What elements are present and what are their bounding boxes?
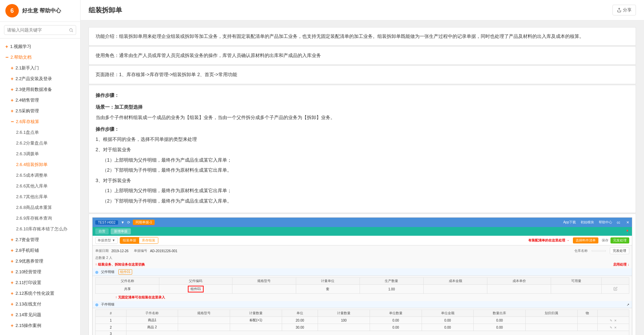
sim-t2-h7: 单位金额 (422, 310, 474, 317)
sidebar-item-2-6-10-label: 2.6.10库存账本错了怎么办 (16, 226, 67, 232)
sidebar-item-2-6-3[interactable]: 2.6.3调拨单 (0, 149, 80, 159)
sim-t1-r1-c3 (232, 285, 296, 294)
sim-t1-r1-c5: 1.00 (360, 285, 423, 294)
sim-toolbar: 单据类型 ▼ 组装单据 库存组装 有装配清单的在这里处理 → 选择料件清单 保存… (93, 236, 632, 245)
sidebar-item-2-7[interactable]: + 2.7资金管理 (0, 234, 80, 245)
plus-icon: + (5, 44, 8, 49)
scene1-desc: 当由多个子件材料组装成一个成品的业务为【组装】业务，当由一个父件拆分成多个子产品… (96, 113, 629, 122)
sidebar-item-2-8[interactable]: + 2.8手机旺铺 (0, 245, 80, 256)
plus-icon-2-12: + (11, 291, 13, 296)
ops2-title: 操作步骤： (96, 125, 629, 133)
sidebar-item-2-6-6[interactable]: 2.6.6其他入库单 (0, 181, 80, 191)
table-row: 3 (96, 331, 629, 335)
sidebar-item-2-10[interactable]: + 2.10经营管理 (0, 267, 80, 277)
sim-t1-r1-c7 (487, 285, 551, 294)
sim-t2-r2-c1: 商品 2 (126, 324, 178, 331)
sim-t1-r1-c8 (551, 285, 602, 294)
sidebar-item-2-4[interactable]: + 2.4销售管理 (0, 95, 80, 106)
sidebar-item-2-1[interactable]: + 2.1新手入门 (0, 63, 80, 73)
sim-t2-r1-c8: 0.00 (474, 317, 526, 324)
sidebar-item-2[interactable]: − 2.帮助文档 (0, 52, 80, 63)
sidebar-item-2-6-5[interactable]: 2.6.5成本调整单 (0, 170, 80, 181)
sim-t1-h4: 计量单位 (296, 278, 360, 285)
sidebar-item-2-6-9[interactable]: 2.6.9库存账本查询 (0, 213, 80, 224)
sim-top-bar: TEST-H002 ▼ ⟳ 同期单据-1 App下载 初始模块 帮助中心 cc … (93, 218, 632, 227)
sidebar-item-2-4-label: 2.4销售管理 (15, 97, 39, 103)
sim-delete-row2-icon[interactable]: ✕ (614, 326, 617, 329)
sim-select-btn[interactable]: 选择料件清单 (573, 237, 598, 243)
sim-t2-r2-c8: 0.00 (474, 324, 526, 331)
share-button[interactable]: 分享 (612, 5, 636, 15)
sidebar-item-2-13[interactable]: + 2.13在线支付 (0, 299, 80, 310)
sidebar-item-2-6-7[interactable]: 2.6.7其他出库单 (0, 191, 80, 202)
sidebar-item-2-6-8[interactable]: 2.6.8商品成本重算 (0, 202, 80, 213)
sim-tongqi-btn[interactable]: 同期单据-1 (133, 220, 155, 225)
sidebar-item-1[interactable]: + 1.视频学习 (0, 41, 80, 52)
sim-t2-r1-n: 1 (96, 317, 126, 324)
sim-type-disassembly[interactable]: 库存组装 (139, 237, 158, 243)
sim-sec1-label: 父件明细 (101, 270, 114, 274)
sim-confirm-btn[interactable]: 完发处理 (610, 237, 629, 243)
sidebar-item-2-9[interactable]: + 2.9优惠券管理 (0, 256, 80, 267)
sim-sec2-label: 子件明细 (101, 302, 114, 307)
screenshot-container: TEST-H002 ▼ ⟳ 同期单据-1 App下载 初始模块 帮助中心 cc … (89, 214, 636, 335)
sim-t2-ops (597, 310, 629, 317)
sim-edit-icon[interactable] (613, 287, 618, 291)
plus-icon-2-10: + (11, 269, 13, 275)
search-input[interactable] (4, 25, 76, 35)
ann-1: 有装配清单的在这里处理 → (528, 238, 570, 243)
sidebar-item-2-11[interactable]: + 2.11打印设置 (0, 277, 80, 288)
sidebar-item-2-6[interactable]: − 2.6库存核算 (0, 116, 80, 127)
sim-t2-r2-c4: 30.00 (282, 324, 318, 331)
sidebar-item-2-6-4[interactable]: 2.6.4组装拆卸单 (0, 159, 80, 170)
sidebar-item-2-5[interactable]: + 2.5采购管理 (0, 106, 80, 116)
sim-store-label: 仓库名称 (574, 248, 588, 253)
sim-add-row1[interactable]: 组件01 (118, 269, 132, 275)
top-bar: 组装拆卸单 分享 (80, 0, 644, 20)
sim-edit-row2-icon[interactable]: ✎ (610, 326, 612, 329)
sidebar-item-2-12[interactable]: + 2.12系统个性化设置 (0, 288, 80, 299)
sim-close-icon[interactable]: ✕ (626, 220, 629, 225)
sim-sec2-expand[interactable]: ↗ (627, 303, 629, 306)
sim-t2-h4: 单位 (282, 310, 318, 317)
sim-t2-r1-c10 (577, 317, 597, 324)
sim-type-btn-main[interactable]: 单据类型 ▼ (95, 237, 118, 244)
sidebar-item-2-6-2[interactable]: 2.6.2分量盘点单 (0, 138, 80, 149)
sidebar-item-2-10-label: 2.10经营管理 (15, 269, 41, 275)
sidebar-item-2-3[interactable]: + 2.3使用前数据准备 (0, 84, 80, 95)
sidebar-item-2-6-6-label: 2.6.6其他入库单 (16, 183, 48, 189)
plus-icon-2-8: + (11, 248, 13, 253)
sim-code-val: AD-20191226-001 (150, 249, 177, 253)
sidebar-item-2-14[interactable]: + 2.14常见问题 (0, 310, 80, 320)
sim-t1-r1-c2: 组件01 (159, 285, 232, 294)
path-text: 页面路径：1、库存核算->库存管理->组装拆卸单 2、首页->常用功能 (96, 70, 629, 79)
sidebar-item-2-6-1[interactable]: 2.6.1盘点单 (0, 127, 80, 138)
sim-app-download: App下载 (563, 220, 576, 225)
sim-edit-row-icon[interactable]: ✎ (610, 319, 612, 322)
sim-t1-h9 (602, 278, 629, 285)
sim-complete-btn[interactable]: 完发处理 (610, 247, 629, 254)
scene1-title: 场景一：加工类型选择 (96, 103, 629, 111)
sim-delete-row-icon[interactable]: ✕ (614, 319, 617, 322)
search-icon (69, 28, 73, 33)
step-2: 2、对于组装业务 (96, 145, 629, 154)
sim-tab-add[interactable]: 新增单据 (111, 228, 131, 234)
sim-type-assembly[interactable]: 组装单据 (120, 237, 139, 243)
sim-t1-h7: 成本单价 (487, 278, 551, 285)
sidebar-item-2-6-4-label: 2.6.4组装拆卸单 (16, 162, 48, 168)
svg-point-0 (69, 29, 72, 31)
sim-table1-wrapper: 父件名称 父件编码 规格型号 计量单位 生产数量 成本金额 成本单价 可用量 (93, 277, 632, 295)
svg-line-1 (72, 31, 73, 32)
sim-store-val[interactable] (592, 250, 606, 252)
sim-tool-1: 📍 (625, 230, 629, 233)
sim-t2-r2-c6: 0.00 (370, 324, 422, 331)
sim-t2-r1-c4: 20.00 (282, 317, 318, 324)
sidebar-item-2-15[interactable]: + 2.15操作案例 (0, 320, 80, 331)
sim-table2-wrapper: # 子件名称 规格型号 计量数量 单位 计量数量 单位数量 单位金额 数量出库 … (93, 310, 632, 335)
sidebar-item-2-2[interactable]: + 2.2产品安装及登录 (0, 73, 80, 84)
sim-tab-ziye[interactable]: 自营 (95, 228, 109, 234)
sidebar-item-2-6-10[interactable]: 2.6.10库存账本错了怎么办 (0, 224, 80, 234)
sim-t1-h2: 父件编码 (159, 278, 232, 285)
logo-text: 好生意 帮助中心 (22, 7, 61, 14)
sim-t2-r2-c3 (230, 324, 282, 331)
